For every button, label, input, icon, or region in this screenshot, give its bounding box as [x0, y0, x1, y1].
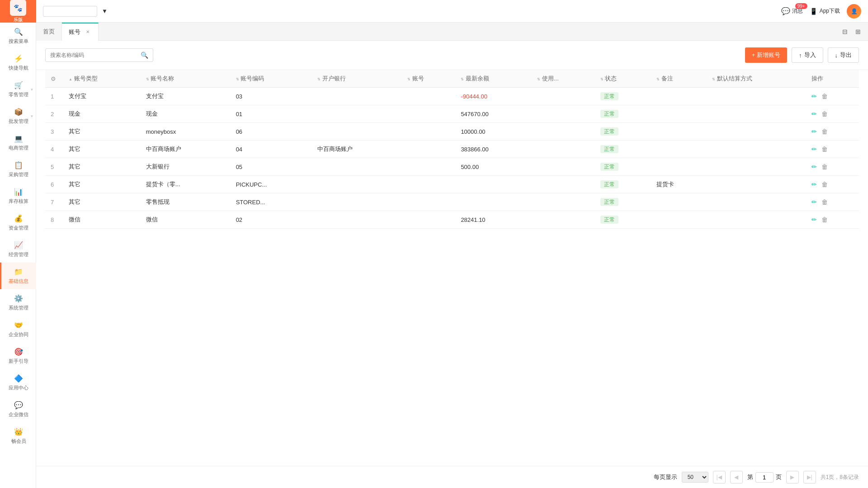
sidebar-label-vip: 畅会员	[11, 438, 26, 445]
page-info: 第 页	[747, 472, 782, 483]
row-account-5	[402, 158, 455, 176]
sidebar-item-search-menu[interactable]: 🔍 搜索菜单	[0, 23, 36, 49]
row-bank-2	[312, 105, 402, 123]
row-account-2	[402, 105, 455, 123]
delete-button-5[interactable]: 🗑	[821, 163, 828, 170]
tab-account[interactable]: 账号 ✕	[62, 23, 99, 41]
sidebar-item-new-guide[interactable]: 🎯 新手引导	[0, 343, 36, 369]
last-page-button[interactable]: ▶|	[803, 471, 816, 483]
edit-button-1[interactable]: ✏	[811, 93, 817, 100]
prev-page-button[interactable]: ◀	[730, 471, 743, 483]
user-avatar[interactable]: 👤	[847, 4, 861, 19]
delete-button-1[interactable]: 🗑	[821, 93, 828, 100]
sidebar-item-enterprise-wechat[interactable]: 💬 企业微信	[0, 396, 36, 422]
sidebar-item-retail-mgmt[interactable]: 🛒 零售管理 ▼	[0, 76, 36, 103]
sidebar-item-system-mgmt[interactable]: ⚙️ 系统管理	[0, 289, 36, 316]
row-num-8: 8	[45, 211, 63, 229]
first-page-button[interactable]: |◀	[713, 471, 726, 483]
page-size-select[interactable]: 50 100 200	[682, 472, 708, 483]
vip-icon: 👑	[14, 427, 23, 436]
row-settlement-8	[707, 211, 806, 229]
table-header-type[interactable]: ▲ 账号类型	[63, 70, 141, 88]
delete-button-2[interactable]: 🗑	[821, 110, 828, 117]
row-num-5: 5	[45, 158, 63, 176]
row-code-6: PICKUPC...	[231, 176, 312, 193]
col-bank-label: 开户银行	[322, 75, 346, 82]
table-row: 7 其它 零售抵现 STORED... 正常 ✏ 🗑	[45, 193, 859, 211]
row-remark-3	[651, 123, 707, 141]
sidebar-item-wholesale-mgmt[interactable]: 📦 批发管理 ▼	[0, 103, 36, 129]
table-header-name[interactable]: ⇅ 账号名称	[141, 70, 231, 88]
row-balance-7	[455, 193, 532, 211]
sidebar-item-enterprise-agreement[interactable]: 🤝 企业协同	[0, 316, 36, 343]
app-download-icon: 📱	[810, 8, 817, 15]
header-search-input[interactable]	[43, 6, 97, 17]
col-type-label: 账号类型	[74, 75, 98, 82]
delete-button-4[interactable]: 🗑	[821, 145, 828, 153]
edit-button-3[interactable]: ✏	[811, 128, 817, 135]
import-button[interactable]: ↑ 导入	[792, 47, 823, 63]
edit-button-8[interactable]: ✏	[811, 216, 817, 223]
search-input[interactable]	[46, 49, 136, 61]
sidebar-item-purchase-mgmt[interactable]: 📋 采购管理	[0, 156, 36, 183]
sidebar-label-retail-mgmt: 零售管理	[9, 91, 28, 98]
sidebar-item-basic-info[interactable]: 📁 基础信息	[0, 263, 36, 289]
message-button[interactable]: 💬 99+ 消息	[781, 7, 803, 15]
sort-icon-name: ⇅	[146, 77, 149, 81]
header-dropdown[interactable]: ▼	[102, 8, 108, 14]
table-header-balance[interactable]: ⇅ 最新余额	[455, 70, 532, 88]
row-remark-8	[651, 211, 707, 229]
sidebar-item-ecommerce-mgmt[interactable]: 💻 电商管理	[0, 129, 36, 156]
table-header-status[interactable]: ⇅ 状态	[595, 70, 651, 88]
tab-minimize-button[interactable]: ⊟	[840, 26, 850, 37]
table-header-account[interactable]: ⇅ 账号	[402, 70, 455, 88]
add-account-button[interactable]: + 新增账号	[745, 47, 787, 63]
row-status-8: 正常	[595, 211, 651, 229]
delete-button-6[interactable]: 🗑	[821, 181, 828, 188]
row-status-1: 正常	[595, 88, 651, 105]
row-balance-6	[455, 176, 532, 193]
sidebar-item-vip[interactable]: 👑 畅会员	[0, 422, 36, 449]
table-header-settings[interactable]: ⚙	[45, 70, 63, 88]
app-logo: 🐾 乐版	[0, 0, 36, 23]
col-use-label: 使用...	[542, 75, 559, 82]
row-type-7: 其它	[63, 193, 141, 211]
edit-button-5[interactable]: ✏	[811, 163, 817, 170]
sidebar-item-quick-nav[interactable]: ⚡ 快捷导航	[0, 49, 36, 76]
row-remark-2	[651, 105, 707, 123]
table-header-default-settlement[interactable]: ⇅ 默认结算方式	[707, 70, 806, 88]
tab-maximize-button[interactable]: ⊞	[853, 26, 863, 37]
table-header-use[interactable]: ⇅ 使用...	[532, 70, 594, 88]
tab-close-button[interactable]: ✕	[84, 28, 91, 36]
table-row: 5 其它 大新银行 05 500.00 正常 ✏ 🗑	[45, 158, 859, 176]
export-button[interactable]: ↓ 导出	[828, 47, 859, 63]
sidebar-item-inventory[interactable]: 📊 库存核算	[0, 183, 36, 209]
table-row: 4 其它 中百商场账户 04 中百商场账户 383866.00 正常 ✏ 🗑	[45, 141, 859, 158]
app-download-button[interactable]: 📱 App下载	[810, 7, 840, 15]
delete-button-8[interactable]: 🗑	[821, 216, 828, 223]
row-code-5: 05	[231, 158, 312, 176]
table-header-code[interactable]: ⇅ 账号编码	[231, 70, 312, 88]
row-account-7	[402, 193, 455, 211]
edit-button-7[interactable]: ✏	[811, 198, 817, 206]
sidebar-item-app-center[interactable]: 🔷 应用中心	[0, 369, 36, 396]
wholesale-mgmt-icon: 📦	[14, 107, 23, 116]
table-header-bank[interactable]: ⇅ 开户银行	[312, 70, 402, 88]
edit-button-6[interactable]: ✏	[811, 181, 817, 188]
edit-button-2[interactable]: ✏	[811, 110, 817, 117]
edit-button-4[interactable]: ✏	[811, 145, 817, 153]
app-version-label: 乐版	[14, 17, 23, 23]
table-header-remark[interactable]: ⇅ 备注	[651, 70, 707, 88]
page-input[interactable]	[755, 472, 774, 483]
sidebar-item-finance-mgmt[interactable]: 💰 资金管理	[0, 209, 36, 236]
operations-mgmt-icon: 📈	[14, 240, 23, 249]
retail-mgmt-icon: 🛒	[14, 80, 23, 89]
tab-home[interactable]: 首页	[36, 23, 62, 41]
sidebar-item-operations-mgmt[interactable]: 📈 经营管理	[0, 236, 36, 263]
search-button[interactable]: 🔍	[136, 49, 153, 61]
next-page-button[interactable]: ▶	[786, 471, 799, 483]
delete-button-7[interactable]: 🗑	[821, 198, 828, 206]
import-icon: ↑	[799, 52, 802, 59]
row-code-8: 02	[231, 211, 312, 229]
delete-button-3[interactable]: 🗑	[821, 128, 828, 135]
